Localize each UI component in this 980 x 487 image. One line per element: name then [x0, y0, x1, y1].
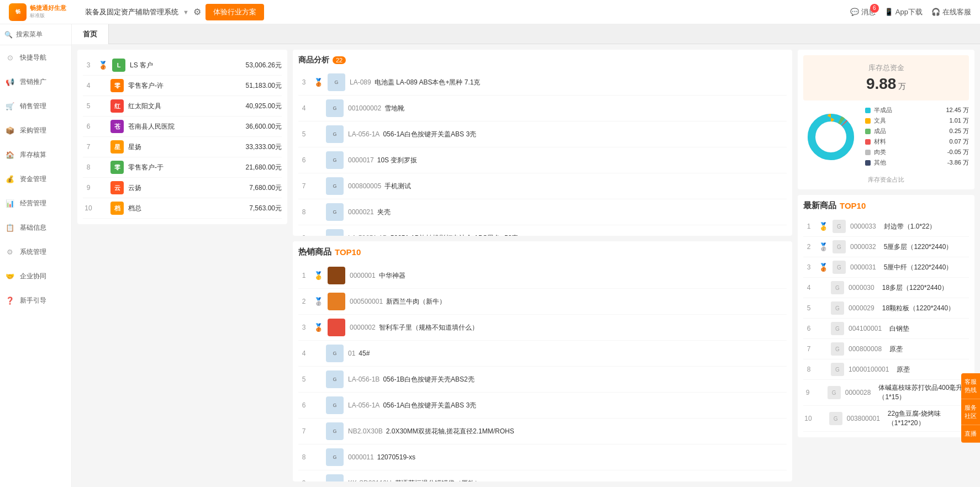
scroll-prod-img-5: G	[326, 125, 344, 143]
scroll-prod-img-6: G	[326, 151, 344, 169]
messages-button[interactable]: 💬 消息 6	[850, 7, 876, 17]
chart-legend: 半成品 12.45 万 文具 1.01 万 成品 0	[865, 106, 969, 169]
new-prod-code-1: 0000033	[850, 223, 876, 230]
purchase-icon: 📦	[4, 125, 15, 136]
sidebar-item-sales[interactable]: 🛒 销售管理	[0, 94, 71, 118]
customer-value-4: 51,183.00元	[246, 81, 282, 91]
newest-products-label: 最新商品	[803, 200, 836, 211]
customer-name-5: 红太阳文具	[128, 102, 241, 111]
new-prod-1: 1 🥇 G 0000033 封边带（1.0*22）	[803, 216, 969, 237]
new-prod-icon-7: G	[831, 342, 844, 356]
hot-prod-5: 5 G LA-056-1B056-1B白色按键开关壳ABS2壳	[298, 367, 787, 393]
sidebar-item-purchase[interactable]: 📦 采购管理	[0, 118, 71, 142]
home-icon: ⊙	[4, 52, 15, 63]
legend-dot-2	[865, 129, 871, 134]
new-prod-2: 2 🥈 G 0000032 5厘多层（1220*2440）	[803, 237, 969, 257]
scroll-prod-code-4: 001000002	[348, 104, 381, 112]
gear-icon[interactable]: ⚙	[193, 7, 201, 17]
float-btn-live[interactable]: 直播	[961, 425, 980, 443]
customer-service-button[interactable]: 🎧 在线客服	[931, 7, 971, 17]
scroll-prod-img-7: G	[326, 177, 344, 195]
newest-products-title: 最新商品 TOP10	[803, 200, 969, 211]
headset-icon: 🎧	[931, 8, 940, 16]
legend-item-1: 文具 1.01 万	[865, 117, 969, 125]
message-icon: 💬	[850, 8, 859, 16]
legend-name-5: 其他	[874, 158, 944, 167]
hot-prod-code-6: LA-056-1A	[348, 401, 380, 409]
legend-name-2: 成品	[874, 127, 946, 135]
inventory-amount: 9.88	[866, 75, 897, 92]
search-menu[interactable]: 🔍 搜索菜单	[0, 24, 71, 45]
legend-name-0: 半成品	[874, 106, 942, 114]
rank-number-6: 6	[83, 123, 94, 130]
sidebar-label-sales: 销售管理	[20, 102, 46, 111]
customer-avatar-6: 苍	[110, 120, 124, 133]
customer-value-9: 7,680.00元	[249, 183, 282, 193]
legend-val-2: 0.25 万	[950, 127, 969, 135]
customer-avatar-3: L	[112, 59, 125, 72]
sidebar-item-basic[interactable]: 📋 基础信息	[0, 215, 71, 240]
sidebar-item-guide[interactable]: ❓ 新手引导	[0, 288, 71, 313]
hot-products-label: 热销商品	[298, 247, 331, 257]
app-download-button[interactable]: 📱 App下载	[884, 7, 923, 17]
new-prod-name-2: 5厘多层（1220*2440）	[884, 242, 953, 252]
new-prod-icon-4: G	[831, 281, 844, 294]
customer-value-5: 40,925.00元	[246, 102, 282, 111]
medal-bronze-icon: 🥉	[98, 61, 108, 70]
sidebar-item-system[interactable]: ⚙ 系统管理	[0, 240, 71, 264]
legend-dot-5	[865, 160, 871, 166]
customer-name-4: 零售客户-许	[128, 81, 241, 91]
legend-item-2: 成品 0.25 万	[865, 127, 969, 135]
customer-value-3: 53,006.26元	[246, 61, 282, 70]
legend-val-0: 12.45 万	[946, 106, 969, 114]
system-selector[interactable]: 装备及固定资产辅助管理系统 ▼ ⚙	[85, 7, 201, 17]
float-btn-service[interactable]: 客服 热线	[961, 373, 980, 399]
customer-name-6: 苍南县人民医院	[128, 122, 241, 131]
customer-avatar-9: 云	[110, 181, 124, 194]
scroll-products-list[interactable]: 3 🥉 G LA-089电池盖 LA-089 ABS本色+黑种 7.1克 4 G…	[298, 70, 787, 236]
sidebar-item-inventory[interactable]: 🏠 库存核算	[0, 142, 71, 167]
middle-column: 商品分析 22 3 🥉 G LA-089电池盖 LA-089 ABS本色+黑种 …	[293, 50, 792, 481]
hot-prod-code-3: 0000002	[350, 324, 376, 331]
new-prod-icon-8: G	[831, 363, 844, 376]
sidebar-label-finance: 资金管理	[20, 174, 46, 184]
hot-prod-img-7: G	[326, 422, 344, 440]
scroll-prod-4: 4 G 001000002雪地靴	[298, 96, 787, 121]
rank-item-3: 3 🥉 L LS 客户 53,006.26元	[83, 55, 282, 76]
trial-button[interactable]: 体验行业方案	[206, 4, 264, 20]
search-menu-label: 搜索菜单	[16, 30, 43, 39]
hot-prod-code-1: 0000001	[350, 272, 376, 279]
sidebar-item-marketing[interactable]: 📢 营销推广	[0, 70, 71, 94]
tab-home[interactable]: 首页	[72, 24, 109, 44]
new-medal-1: 🥇	[819, 222, 828, 231]
hot-products-card: 热销商品 TOP10 1 🥇 0000001中华神器 2 🥈 000500001…	[293, 241, 792, 481]
rank-number-10: 10	[83, 204, 94, 212]
hot-prod-3: 3 🥉 0000002智利车子里（规格不知道填什么）	[298, 315, 787, 341]
customer-name-7: 星扬	[128, 142, 241, 152]
hot-prod-code-8: 0000011	[348, 453, 374, 461]
new-prod-name-8: 原垄	[897, 365, 910, 374]
hot-prod-8: 8 G 000001112070519-xs	[298, 444, 787, 470]
left-column: 3 🥉 L LS 客户 53,006.26元 4 零 零售客户-许 51,183…	[77, 50, 287, 481]
sidebar-label-guide: 新手引导	[20, 296, 46, 305]
customer-avatar-8: 零	[110, 161, 124, 174]
rank-number-8: 8	[83, 163, 94, 171]
sidebar-item-coop[interactable]: 🤝 企业协同	[0, 264, 71, 288]
scroll-prod-name-8: 夹壳	[377, 208, 391, 216]
new-prod-code-2: 0000032	[850, 243, 876, 251]
new-prod-name-6: 白钢垫	[889, 324, 909, 334]
sidebar-item-operations[interactable]: 📊 经营管理	[0, 191, 71, 215]
scroll-prod-code-3: LA-089	[350, 78, 371, 86]
phone-icon: 📱	[884, 8, 893, 16]
hot-prod-img-4: G	[326, 345, 344, 362]
scroll-prod-code-9: LA-59651-1B	[348, 234, 387, 236]
hot-products-title: 热销商品 TOP10	[298, 247, 787, 257]
app-label: App下载	[895, 7, 923, 17]
main-layout: 🔍 搜索菜单 ⊙ 快捷导航 📢 营销推广 🛒 销售管理 📦 采购管理 🏠 库存核…	[0, 24, 980, 487]
legend-name-4: 肉类	[874, 148, 944, 156]
float-btn-community[interactable]: 服务 社区	[961, 399, 980, 425]
scroll-prod-name-9: 59651-1B旋转投影灯电池盒 ABS黑色+58壳	[391, 234, 519, 236]
sidebar-item-quick-nav[interactable]: ⊙ 快捷导航	[0, 45, 71, 70]
new-prod-code-8: 10000100001	[849, 366, 889, 373]
sidebar-item-finance[interactable]: 💰 资金管理	[0, 167, 71, 191]
